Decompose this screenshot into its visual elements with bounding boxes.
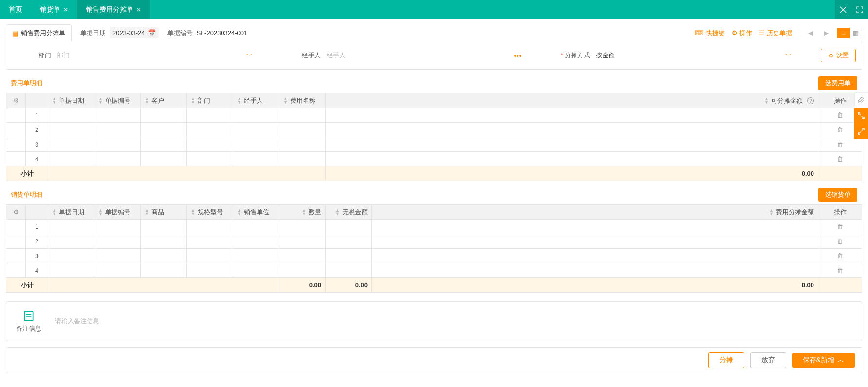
discard-button[interactable]: 放弃 xyxy=(750,352,786,368)
table-row[interactable]: 2🗑 xyxy=(6,123,862,137)
expand-button-2[interactable] xyxy=(854,124,868,139)
table-row[interactable]: 1🗑 xyxy=(6,220,862,234)
help-icon[interactable]: ? xyxy=(807,97,814,104)
table-row[interactable]: 4🗑 xyxy=(6,263,862,278)
expand-button-1[interactable] xyxy=(854,108,868,124)
subtotal-qty: 0.00 xyxy=(279,278,326,293)
col-qty[interactable]: ▲▼数量 xyxy=(279,205,326,220)
sort-icon: ▲▼ xyxy=(237,97,241,104)
row-index: 4 xyxy=(26,263,48,278)
department-label: 部门 xyxy=(12,51,51,60)
col-date[interactable]: ▲▼单据日期 xyxy=(48,205,94,220)
prev-record-button[interactable]: ◀ xyxy=(806,29,815,37)
method-select[interactable]: 按金额 ﹀ xyxy=(596,49,792,62)
delete-row-icon[interactable]: 🗑 xyxy=(837,223,843,230)
col-fee-alloc[interactable]: ▲▼费用分摊金额 xyxy=(372,205,818,220)
document-title-chip: ▤ 销售费用分摊单 xyxy=(6,24,72,41)
top-tab-bar: 首页 销货单 ✕ 销售费用分摊单 ✕ xyxy=(0,0,868,19)
more-icon: ••• xyxy=(514,52,522,59)
doc-date-picker[interactable]: 2023-03-24 📅 xyxy=(110,27,159,38)
delete-row-icon[interactable]: 🗑 xyxy=(837,252,843,259)
method-label: 分摊方式 xyxy=(551,51,590,60)
tab-label: 销售费用分摊单 xyxy=(86,5,133,14)
save-add-button[interactable]: 保存&新增 ︿ xyxy=(792,353,855,368)
sort-icon: ▲▼ xyxy=(52,209,56,216)
select-sales-button[interactable]: 选销货单 xyxy=(818,188,857,202)
expense-table: ⚙ ▲▼单据日期 ▲▼单据编号 ▲▼客户 ▲▼部门 ▲▼经手人 ▲▼费用名称 ▲… xyxy=(6,93,862,181)
view-list-button[interactable]: ≡ xyxy=(837,28,850,38)
sort-icon: ▲▼ xyxy=(52,97,56,104)
gear-icon: ⚙ xyxy=(732,29,738,37)
delete-row-icon[interactable]: 🗑 xyxy=(837,238,843,245)
remarks-input[interactable]: 请输入备注信息 xyxy=(55,317,852,326)
tab-home[interactable]: 首页 xyxy=(0,0,31,19)
document-icon: ▤ xyxy=(12,30,18,37)
method-filter: 分摊方式 按金额 ﹀ xyxy=(551,49,792,62)
next-record-button[interactable]: ▶ xyxy=(822,29,831,37)
chevron-down-icon: ﹀ xyxy=(246,51,253,60)
col-fee-name[interactable]: ▲▼费用名称 xyxy=(279,93,326,108)
close-icon[interactable]: ✕ xyxy=(63,6,68,13)
right-rail xyxy=(854,92,868,139)
tab-expense-allocation[interactable]: 销售费用分摊单 ✕ xyxy=(77,0,150,19)
col-handler[interactable]: ▲▼经手人 xyxy=(233,93,279,108)
table-row[interactable]: 1🗑 xyxy=(6,108,862,123)
col-customer[interactable]: ▲▼客户 xyxy=(141,93,187,108)
table-row[interactable]: 3🗑 xyxy=(6,249,862,263)
doc-number: 单据编号 SF-20230324-001 xyxy=(167,29,248,37)
list-icon: ☰ xyxy=(759,29,765,37)
history-link[interactable]: ☰ 历史单据 xyxy=(759,29,792,37)
table-row[interactable]: 2🗑 xyxy=(6,234,862,249)
col-idx xyxy=(26,93,48,108)
placeholder: 经手人 xyxy=(327,51,346,60)
filter-row: 部门 部门 ﹀ 经手人 经手人 ••• 分摊方式 按金额 ﹀ ⚙ 设置 xyxy=(6,41,862,70)
department-input[interactable]: 部门 ﹀ xyxy=(57,49,253,62)
close-icon[interactable]: ✕ xyxy=(136,6,141,13)
delete-row-icon[interactable]: 🗑 xyxy=(837,267,843,274)
delete-row-icon[interactable]: 🗑 xyxy=(837,155,843,163)
subtotal-notax: 0.00 xyxy=(326,278,372,293)
sort-icon: ▲▼ xyxy=(191,97,195,104)
col-num[interactable]: ▲▼单据编号 xyxy=(94,205,141,220)
tab-label: 销货单 xyxy=(40,5,60,14)
view-grid-button[interactable]: ▦ xyxy=(850,28,862,38)
method-value: 按金额 xyxy=(596,51,615,60)
col-alloc-amount[interactable]: ▲▼可分摊金额? xyxy=(326,93,818,108)
col-settings[interactable]: ⚙ xyxy=(6,93,26,108)
subtotal-fee: 0.00 xyxy=(372,278,818,293)
handler-label: 经手人 xyxy=(282,51,321,60)
col-product[interactable]: ▲▼商品 xyxy=(141,205,187,220)
delete-row-icon[interactable]: 🗑 xyxy=(837,111,843,119)
subtotal-value: 0.00 xyxy=(326,166,818,181)
tab-sales-order[interactable]: 销货单 ✕ xyxy=(31,0,77,19)
col-notax[interactable]: ▲▼无税金额 xyxy=(326,205,372,220)
col-settings[interactable]: ⚙ xyxy=(6,205,26,220)
col-unit[interactable]: ▲▼销售单位 xyxy=(233,205,279,220)
hotkey-link[interactable]: ⌨ 快捷键 xyxy=(695,29,725,37)
col-spec[interactable]: ▲▼规格型号 xyxy=(187,205,233,220)
col-ops: 操作 xyxy=(818,205,862,220)
table-row[interactable]: 4🗑 xyxy=(6,152,862,166)
delete-row-icon[interactable]: 🗑 xyxy=(837,126,843,133)
fullscreen-button[interactable] xyxy=(851,0,868,19)
select-expense-button[interactable]: 选费用单 xyxy=(818,76,857,90)
col-num[interactable]: ▲▼单据编号 xyxy=(94,93,141,108)
col-date[interactable]: ▲▼单据日期 xyxy=(48,93,94,108)
attachment-button[interactable] xyxy=(854,92,868,108)
table-row[interactable]: 3🗑 xyxy=(6,137,862,152)
delete-row-icon[interactable]: 🗑 xyxy=(837,141,843,148)
handler-input[interactable]: 经手人 ••• xyxy=(327,49,522,62)
col-dept[interactable]: ▲▼部门 xyxy=(187,93,233,108)
doc-number-label: 单据编号 xyxy=(167,29,193,37)
window-close-button[interactable] xyxy=(835,0,851,19)
sort-icon: ▲▼ xyxy=(98,97,103,104)
row-index: 3 xyxy=(26,137,48,152)
header-tools: ⌨ 快捷键 ⚙ 操作 ☰ 历史单据 ◀ ▶ ≡ ▦ xyxy=(695,28,862,38)
sort-icon: ▲▼ xyxy=(764,97,769,104)
action-link[interactable]: ⚙ 操作 xyxy=(732,29,752,37)
settings-button[interactable]: ⚙ 设置 xyxy=(821,49,856,62)
divider xyxy=(799,29,799,37)
allocate-button[interactable]: 分摊 xyxy=(708,352,744,368)
remarks-label: 备注信息 xyxy=(16,324,41,333)
row-index: 3 xyxy=(26,249,48,263)
